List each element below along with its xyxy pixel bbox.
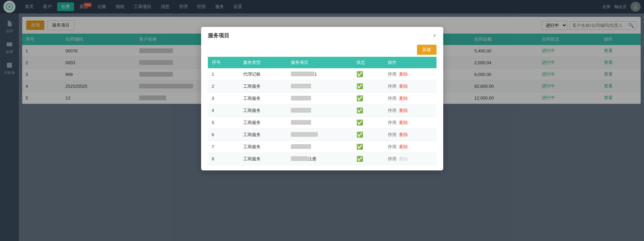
status-check-icon: ✅ (356, 144, 363, 150)
modal-title: 服务项目 (208, 32, 433, 39)
disable-button[interactable]: 停用 (388, 108, 396, 113)
delete-button[interactable]: 删除 (399, 72, 408, 77)
modal-body: 序号 服务类型 服务项目 状态 操作 1 代理记账 (201, 57, 443, 170)
status-check-icon: ✅ (356, 120, 363, 125)
col-item: 服务项目 (287, 57, 352, 68)
modal-overlay[interactable]: 服务项目 × 新建 序号 服务类型 服务项目 状态 (19, 13, 644, 241)
create-service-button[interactable]: 新建 (417, 45, 437, 55)
modal-table-header: 序号 服务类型 服务项目 状态 操作 (208, 57, 437, 68)
delete-button[interactable]: 删除 (399, 156, 408, 161)
delete-button[interactable]: 删除 (399, 108, 408, 113)
delete-button[interactable]: 删除 (399, 84, 408, 89)
status-check-icon: ✅ (356, 108, 363, 113)
disable-button[interactable]: 停用 (388, 72, 396, 77)
modal-toolbar: 新建 (201, 43, 443, 57)
disable-button[interactable]: 停用 (388, 120, 396, 125)
disable-button[interactable]: 停用 (388, 156, 396, 161)
modal-close-button[interactable]: × (433, 32, 437, 39)
disable-button[interactable]: 停用 (388, 144, 396, 149)
main-content: 新增 服务项目 进行中 已完成 已终止 🔍 (19, 13, 644, 241)
modal-header: 服务项目 × (201, 27, 443, 43)
list-item: 8 工商服务 注册 ✅ 停用 删除 (208, 153, 437, 165)
delete-button[interactable]: 删除 (399, 132, 408, 137)
list-item: 7 工商服务 ✅ 停用 删除 (208, 141, 437, 153)
col-ops: 操作 (384, 57, 436, 68)
status-check-icon: ✅ (356, 83, 363, 89)
status-check-icon: ✅ (356, 156, 363, 162)
disable-button[interactable]: 停用 (388, 96, 396, 101)
disable-button[interactable]: 停用 (388, 84, 396, 89)
disable-button[interactable]: 停用 (388, 132, 396, 137)
col-type: 服务类型 (239, 57, 287, 68)
list-item: 4 工商服务 ✅ 停用 删除 (208, 105, 437, 117)
status-check-icon: ✅ (356, 95, 363, 101)
status-check-icon: ✅ (356, 71, 363, 77)
col-index: 序号 (208, 57, 239, 68)
delete-button[interactable]: 删除 (399, 96, 408, 101)
list-item: 2 工商服务 ✅ 停用 删除 (208, 80, 437, 92)
list-item: 6 工商服务 ✅ 停用 删除 (208, 129, 437, 141)
list-item: 3 工商服务 ✅ 停用 删除 (208, 92, 437, 105)
main-layout: 合同 收费 对账单 新增 服务项目 进行中 已完成 (0, 13, 644, 241)
delete-button[interactable]: 删除 (399, 120, 408, 125)
service-item-modal: 服务项目 × 新建 序号 服务类型 服务项目 状态 (201, 27, 443, 170)
col-status: 状态 (352, 57, 384, 68)
delete-button[interactable]: 删除 (399, 144, 408, 149)
status-check-icon: ✅ (356, 132, 363, 137)
service-table: 序号 服务类型 服务项目 状态 操作 1 代理记账 (208, 57, 437, 165)
list-item: 5 工商服务 ✅ 停用 删除 (208, 117, 437, 129)
list-item: 1 代理记账 1 ✅ 停用 删除 (208, 68, 437, 80)
